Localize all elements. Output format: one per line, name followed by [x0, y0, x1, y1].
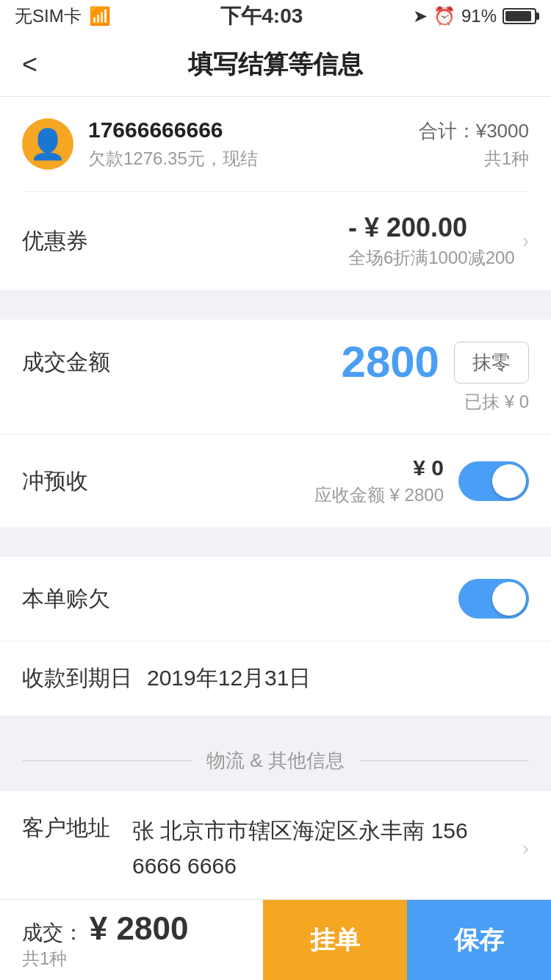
- debt-row: 本单赊欠: [22, 579, 529, 619]
- sim-label: 无SIM卡: [15, 4, 82, 28]
- avatar: 👤: [22, 118, 73, 170]
- debt-label: 本单赊欠: [22, 584, 110, 614]
- round-button[interactable]: 抹零: [454, 342, 529, 383]
- user-row: 👤 17666666666 欠款1276.35元，现结 合计：¥3000 共1种: [0, 97, 551, 191]
- pending-button[interactable]: 挂单: [263, 900, 407, 981]
- page-title: 填写结算等信息: [188, 48, 363, 82]
- save-button[interactable]: 保存: [407, 900, 551, 981]
- total-count: 共1种: [419, 147, 529, 170]
- bottom-deal-amount: ¥ 2800: [90, 910, 189, 946]
- battery-percent: 91%: [461, 6, 497, 26]
- gray-spacer-1: [0, 305, 551, 320]
- debt-section: 本单赊欠: [0, 557, 551, 641]
- status-bar: 无SIM卡 📶 下午4:03 ➤ ⏰ 91%: [0, 0, 551, 32]
- deal-label: 成交金额: [22, 347, 110, 378]
- address-row: 客户地址 张 北京市市辖区海淀区永丰南 156 6666 6666 ›: [22, 813, 529, 884]
- debt-card: 本单赊欠 收款到期日 2019年12月31日: [0, 557, 551, 716]
- prepay-toggle[interactable]: [458, 461, 529, 501]
- bottom-deal-count: 共1种: [22, 947, 241, 970]
- prepay-toggle-knob: [492, 464, 526, 498]
- prepay-sub: 应收金额 ¥ 2800: [314, 483, 444, 507]
- status-right: ➤ ⏰ 91%: [413, 6, 536, 26]
- deal-section: 成交金额 2800 抹零 已抹 ¥ 0 冲预收 ¥ 0 应收金额 ¥ 2800: [0, 320, 551, 527]
- prepay-amount: ¥ 0: [314, 455, 444, 480]
- debt-toggle-knob: [492, 582, 526, 616]
- prepay-right: ¥ 0 应收金额 ¥ 2800: [314, 455, 529, 507]
- user-subtitle: 欠款1276.35元，现结: [88, 147, 258, 170]
- location-icon: ➤: [413, 6, 428, 26]
- bottom-deal-row: 成交： ¥ 2800: [22, 910, 241, 947]
- due-row: 收款到期日 2019年12月31日: [22, 663, 529, 693]
- prepay-section: 冲预收 ¥ 0 应收金额 ¥ 2800: [0, 434, 551, 527]
- logistics-line-right: [359, 760, 529, 761]
- user-left: 👤 17666666666 欠款1276.35元，现结: [22, 118, 258, 170]
- deal-row: 成交金额 2800 抹零: [22, 340, 529, 384]
- user-avatar-icon: 👤: [29, 127, 66, 162]
- total-label: 合计：¥3000: [419, 118, 529, 144]
- bottom-deal-label: 成交：: [22, 921, 84, 944]
- wifi-icon: 📶: [89, 6, 111, 26]
- deal-amount: 2800: [342, 340, 439, 384]
- coupon-right: - ¥ 200.00 全场6折满1000减200 ›: [348, 212, 529, 270]
- coupon-desc: 全场6折满1000减200: [348, 246, 515, 270]
- logistics-divider: 物流 & 其他信息: [0, 730, 551, 791]
- user-phone: 17666666666: [88, 118, 258, 143]
- back-button[interactable]: <: [15, 42, 45, 87]
- due-date-section: 收款到期日 2019年12月31日: [0, 641, 551, 716]
- due-label: 收款到期日: [22, 663, 132, 693]
- coupon-chevron-icon: ›: [522, 229, 529, 253]
- prepay-label: 冲预收: [22, 466, 88, 497]
- bottom-left: 成交： ¥ 2800 共1种: [0, 910, 263, 970]
- coupon-row[interactable]: 优惠券 - ¥ 200.00 全场6折满1000减200 ›: [0, 192, 551, 290]
- bottom-bar: 成交： ¥ 2800 共1种 挂单 保存: [0, 899, 551, 980]
- status-left: 无SIM卡 📶: [15, 4, 111, 28]
- alarm-icon: ⏰: [433, 6, 455, 26]
- status-time: 下午4:03: [220, 2, 303, 30]
- deal-amount-wrap: 2800 抹零: [342, 340, 529, 384]
- coupon-label: 优惠券: [22, 226, 88, 256]
- prepay-row: 冲预收 ¥ 0 应收金额 ¥ 2800: [22, 455, 529, 507]
- user-info: 17666666666 欠款1276.35元，现结: [88, 118, 258, 170]
- gray-spacer-2: [0, 542, 551, 557]
- coupon-info: - ¥ 200.00 全场6折满1000减200: [348, 212, 515, 270]
- user-info-card: 👤 17666666666 欠款1276.35元，现结 合计：¥3000 共1种…: [0, 97, 551, 290]
- deal-sub: 已抹 ¥ 0: [22, 390, 529, 414]
- nav-bar: < 填写结算等信息: [0, 32, 551, 97]
- address-section[interactable]: 客户地址 张 北京市市辖区海淀区永丰南 156 6666 6666 ›: [0, 791, 551, 906]
- user-right: 合计：¥3000 共1种: [419, 118, 529, 170]
- debt-toggle[interactable]: [458, 579, 529, 619]
- battery-icon: [503, 8, 536, 24]
- address-label: 客户地址: [22, 813, 110, 843]
- deal-amount-row: 成交金额 2800 抹零 已抹 ¥ 0: [0, 320, 551, 434]
- logistics-line-left: [22, 760, 192, 761]
- logistics-text: 物流 & 其他信息: [192, 748, 359, 774]
- address-value: 张 北京市市辖区海淀区永丰南 156 6666 6666: [132, 813, 515, 884]
- content: 👤 17666666666 欠款1276.35元，现结 合计：¥3000 共1种…: [0, 97, 551, 980]
- coupon-amount: - ¥ 200.00: [348, 212, 515, 243]
- prepay-amount-wrap: ¥ 0 应收金额 ¥ 2800: [314, 455, 444, 507]
- due-date-value: 2019年12月31日: [147, 663, 311, 693]
- address-chevron-icon: ›: [522, 837, 529, 860]
